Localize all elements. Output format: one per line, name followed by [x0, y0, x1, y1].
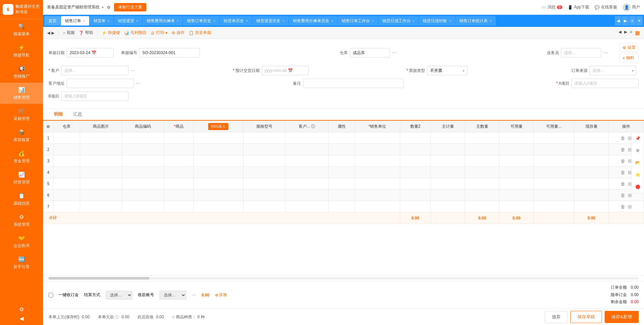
toolbar-print-btn[interactable]: 🖨 打印 ▾ — [151, 30, 167, 36]
address-more-icon[interactable]: ··· — [136, 80, 140, 86]
system-dropdown-icon[interactable]: ▾ — [102, 5, 104, 10]
draft-button[interactable]: 保存草稿 — [570, 311, 602, 323]
toolbar-history-btn[interactable]: 📋 历史单据 — [189, 30, 211, 36]
toolbar-nav-next[interactable]: ▶ — [624, 30, 627, 36]
aproject-input[interactable]: 请输入A项目 — [571, 79, 639, 88]
delivery-input[interactable]: yyyy-mm-dd 📅 — [262, 66, 309, 75]
receipt-account-select[interactable]: 选择... — [159, 291, 186, 299]
tab-item-7[interactable]: 销货退货历史× — [252, 16, 289, 26]
tab-close-9[interactable]: × — [372, 19, 374, 23]
sidebar-collapse-icon[interactable]: ◀ — [20, 315, 24, 322]
add-material-btn[interactable]: + 物料 — [619, 53, 639, 63]
cell-qty2-0[interactable] — [400, 132, 431, 144]
tab-item-11[interactable]: 钱货日清对账× — [419, 16, 455, 26]
cell-main-qty-0[interactable] — [465, 132, 499, 144]
sidebar-item-11[interactable]: 🆕 新手引导 — [0, 252, 43, 273]
delete-icon-2[interactable]: 🗑 — [620, 158, 625, 164]
add-button[interactable]: ⊕ 添加 — [215, 292, 227, 298]
online-support-group[interactable]: 💬 在线客服 — [595, 4, 617, 10]
discard-button[interactable]: 放弃 — [545, 311, 568, 323]
delete-icon-3[interactable]: 🗑 — [620, 170, 625, 175]
sidebar-item-6[interactable]: 💰 资金管理 — [0, 146, 43, 167]
toolbar-profit-btn[interactable]: 📊 毛利预告 — [124, 30, 147, 36]
tab-detail[interactable]: 明细 — [48, 109, 68, 121]
float-icon-2[interactable]: ⚙ — [633, 146, 642, 155]
delete-icon-4[interactable]: 🗑 — [620, 181, 625, 187]
tab-item-9[interactable]: 销售订单工作台× — [338, 16, 378, 26]
cell-qty2-3[interactable] — [400, 167, 431, 178]
tab-close-3[interactable]: × — [136, 19, 138, 23]
sidebar-item-0[interactable]: 🔍 搜索菜单 — [0, 19, 43, 40]
sidebar-item-8[interactable]: 📋 基础信息 — [0, 189, 43, 210]
cell-spec-2[interactable] — [243, 155, 285, 167]
cell-attribute-5[interactable] — [328, 190, 355, 201]
delete-icon-0[interactable]: 🗑 — [620, 135, 625, 141]
tab-item-4[interactable]: 销售费用分摊单× — [143, 16, 183, 26]
tab-close-8[interactable]: × — [331, 19, 333, 23]
sidebar-item-7[interactable]: 📈 经营管理 — [0, 167, 43, 189]
cell-product-name-6[interactable] — [164, 201, 193, 212]
sidebar-item-10[interactable]: 🤝 企业协同 — [0, 231, 43, 252]
cell-spec-6[interactable] — [243, 201, 285, 212]
cell-sales-unit-2[interactable] — [355, 155, 400, 167]
toolbar-shortcut-btn[interactable]: ⚡ 快捷键 — [102, 30, 120, 36]
address-input[interactable] — [67, 79, 134, 88]
cell-sales-unit-5[interactable] — [355, 190, 400, 201]
sidebar-item-4[interactable]: 🛒 采购管理 — [0, 104, 43, 125]
cell-product-code-2[interactable] — [122, 155, 164, 167]
user-group[interactable]: 👤 用户 — [622, 3, 640, 11]
cell-attribute-1[interactable] — [328, 144, 355, 155]
tab-summary[interactable]: 汇总 — [68, 109, 87, 120]
tab-close-7[interactable]: × — [282, 19, 285, 23]
warehouse-input[interactable]: 成品库 — [350, 48, 390, 57]
cell-product-code-4[interactable] — [122, 178, 164, 190]
tab-next-btn[interactable]: ▶ — [622, 16, 629, 26]
settings-btn[interactable]: ⚙ 设置 — [619, 43, 639, 52]
toolbar-nav-prev[interactable]: ◀ — [618, 30, 621, 36]
tab-prev-btn[interactable]: ◀ — [615, 16, 621, 26]
message-group[interactable]: 📨 消息 9 — [541, 4, 562, 10]
cell-qty2-6[interactable] — [400, 201, 431, 212]
remark-input[interactable] — [303, 79, 404, 88]
tab-item-12[interactable]: 销售订单统计表× — [455, 16, 496, 26]
cell-warehouse-2[interactable] — [53, 155, 80, 167]
one-click-checkout-checkbox[interactable] — [48, 293, 53, 297]
cell-qty2-5[interactable] — [400, 190, 431, 201]
cell-customer-code-0[interactable] — [286, 132, 329, 144]
cell-qty2-2[interactable] — [400, 155, 431, 167]
cell-main-qty-1[interactable] — [465, 144, 499, 155]
cell-warehouse-4[interactable] — [53, 178, 80, 190]
cell-attribute-0[interactable] — [328, 132, 355, 144]
save-new-button[interactable]: 保存&新增 — [605, 311, 639, 323]
scrollbar[interactable] — [48, 277, 639, 280]
trial-button[interactable]: 体验行业方案 — [114, 3, 146, 11]
cell-warehouse-5[interactable] — [53, 190, 80, 201]
cell-warehouse-1[interactable] — [53, 144, 80, 155]
copy-icon-5[interactable]: ⊞ — [628, 193, 632, 198]
float-icon-1[interactable]: 📌 — [633, 134, 642, 143]
sidebar-item-1[interactable]: ⚡ 快捷导航 — [0, 40, 43, 62]
cell-main-qty-3[interactable] — [465, 167, 499, 178]
tab-item-8[interactable]: 销售费用分摊单历史× — [289, 16, 337, 26]
cell-warehouse-3[interactable] — [53, 167, 80, 178]
cell-product-code-6[interactable] — [122, 201, 164, 212]
cell-spec-4[interactable] — [243, 178, 285, 190]
orderno-input[interactable]: SO-20230324-001 — [139, 48, 200, 57]
cell-sales-unit-3[interactable] — [355, 167, 400, 178]
delete-icon-6[interactable]: 🗑 — [620, 204, 625, 209]
cell-product-code-3[interactable] — [122, 167, 164, 178]
cell-spec-5[interactable] — [243, 190, 285, 201]
cell-sales-unit-6[interactable] — [355, 201, 400, 212]
cell-product-name-4[interactable] — [164, 178, 193, 190]
cell-qty2-1[interactable] — [400, 144, 431, 155]
sidebar-item-3[interactable]: 📊 销售管理 — [0, 83, 43, 104]
salesperson-input[interactable]: 选择... — [561, 48, 601, 57]
tab-close-12[interactable]: × — [490, 19, 492, 23]
date-input[interactable]: 2023-03-24 📅 — [67, 48, 114, 57]
salesperson-more-icon[interactable]: ··· — [603, 50, 608, 56]
customer-input[interactable]: 选择... — [61, 66, 128, 75]
delete-icon-1[interactable]: 🗑 — [620, 147, 625, 152]
cell-product-name-3[interactable] — [164, 167, 193, 178]
cell-product-name-5[interactable] — [164, 190, 193, 201]
float-icon-4[interactable]: ⭐ — [633, 170, 642, 179]
